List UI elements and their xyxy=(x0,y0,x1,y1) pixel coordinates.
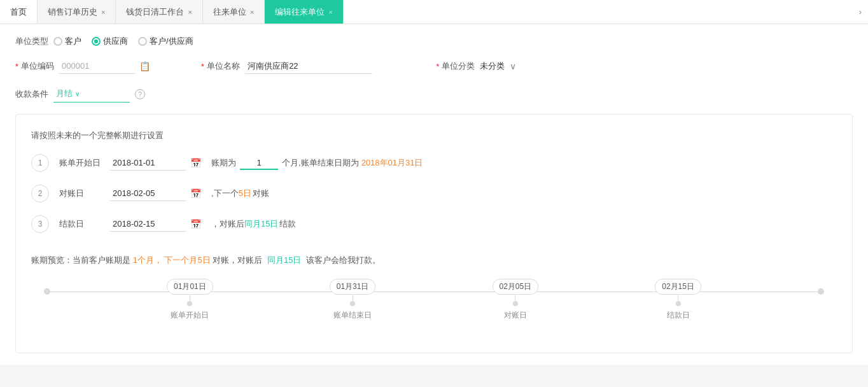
timeline-dot-2 xyxy=(350,301,355,306)
timeline-label-1: 账单开始日 xyxy=(171,310,209,321)
timeline-label-4: 结款日 xyxy=(667,310,690,321)
step-row-3: 3 结款日 📅 ，对账后 同月15日 结款 xyxy=(31,215,837,233)
collect-row: 收款条件 月结 ∨ ? xyxy=(15,85,853,102)
code-field-group: * 单位编码 📋 xyxy=(15,59,150,74)
tab-edit-partner-close[interactable]: × xyxy=(328,8,332,16)
timeline-container: 01月01日 账单开始日 01月31日 账单结束日 02月05日 xyxy=(31,279,837,340)
collect-select-value: 月结 xyxy=(56,88,73,99)
help-icon[interactable]: ? xyxy=(135,89,145,99)
radio-supplier[interactable]: 供应商 xyxy=(92,36,128,47)
step-1-num: 1 xyxy=(31,154,49,172)
step-3-date[interactable] xyxy=(110,216,186,232)
radio-customer[interactable]: 客户 xyxy=(53,36,81,47)
tab-partner[interactable]: 往来单位 × xyxy=(203,0,265,24)
chevron-right-icon: › xyxy=(859,7,862,17)
preview-row: 账期预览：当前客户账期是 1个月， 下一个月5日 对账，对账后 同月15日 该客… xyxy=(31,246,837,266)
unit-type-radio-group: 客户 供应商 客户/供应商 xyxy=(53,36,193,47)
step-2-desc-prefix: ,下一个 xyxy=(211,188,239,199)
name-required-star: * xyxy=(201,62,204,71)
step-2-date[interactable] xyxy=(110,186,186,201)
step-2-desc-highlight: 5日 xyxy=(239,188,251,199)
timeline-tag-2: 01月31日 xyxy=(330,279,376,295)
timeline-dot-3 xyxy=(513,301,518,306)
timeline-node-3: 02月05日 对账日 xyxy=(493,279,539,321)
category-dropdown-icon[interactable]: ∨ xyxy=(510,61,516,71)
category-value: 未分类 xyxy=(480,60,505,72)
copy-icon[interactable]: 📋 xyxy=(139,61,150,71)
step-1-period-end: 2018年01月31日 xyxy=(361,157,423,169)
step-3-label: 结款日 xyxy=(59,218,110,230)
step-1-period-label: 账期为 xyxy=(211,157,236,169)
radio-customer-label: 客户 xyxy=(65,36,81,47)
timeline-tag-1: 01月01日 xyxy=(167,279,213,295)
timeline-node-1: 01月01日 账单开始日 xyxy=(167,279,213,321)
step-3-desc-highlight: 同月15日 xyxy=(244,218,278,230)
timeline-connector-4 xyxy=(678,295,678,301)
timeline-label-3: 对账日 xyxy=(504,310,527,321)
tab-sales-history-label: 销售订单历史 xyxy=(48,6,97,18)
step-1-date[interactable] xyxy=(110,155,186,171)
tab-sales-history[interactable]: 销售订单历史 × xyxy=(38,0,116,24)
step-1-period-unit: 个月,账单结束日期为 xyxy=(282,157,359,169)
step-2-desc-suffix: 对账 xyxy=(253,188,269,199)
tab-cash-work-label: 钱货日清工作台 xyxy=(126,6,184,18)
step-2-num: 2 xyxy=(31,185,49,202)
preview-prefix: 账期预览：当前客户账期是 xyxy=(31,255,130,265)
step-3-calendar-icon[interactable]: 📅 xyxy=(190,219,201,229)
code-input[interactable] xyxy=(59,59,136,74)
timeline-node-2: 01月31日 账单结束日 xyxy=(330,279,376,321)
radio-both-label: 客户/供应商 xyxy=(150,36,193,47)
code-name-category-row: * 单位编码 📋 * 单位名称 * 单位分类 未分类 ∨ xyxy=(15,59,853,74)
radio-customer-circle xyxy=(53,37,62,46)
preview-p2: 下一个月5日 xyxy=(164,255,210,265)
radio-supplier-circle xyxy=(92,37,101,46)
dot-left xyxy=(44,288,50,295)
category-required-star: * xyxy=(436,62,439,71)
step-2-label: 对账日 xyxy=(59,188,110,199)
step-1-calendar-icon[interactable]: 📅 xyxy=(190,158,201,168)
step-1-period-input[interactable] xyxy=(240,157,278,170)
unit-type-row: 单位类型 客户 供应商 客户/供应商 xyxy=(15,36,853,47)
radio-both[interactable]: 客户/供应商 xyxy=(138,36,193,47)
tab-home[interactable]: 首页 xyxy=(0,0,38,24)
step-3-num: 3 xyxy=(31,215,49,233)
timeline-connector-2 xyxy=(353,295,353,301)
code-required-star: * xyxy=(15,62,18,71)
category-label: 单位分类 xyxy=(442,60,475,72)
timeline-dot-1 xyxy=(187,301,192,306)
timeline-connector-1 xyxy=(190,295,190,301)
tab-sales-history-close[interactable]: × xyxy=(101,8,105,16)
timeline-tag-3: 02月05日 xyxy=(493,279,539,295)
preview-p1: 1个月， xyxy=(133,255,162,265)
tab-partner-close[interactable]: × xyxy=(250,8,254,16)
tab-more-button[interactable]: › xyxy=(853,0,868,24)
name-label: 单位名称 xyxy=(207,60,240,72)
name-field-group: * 单位名称 xyxy=(201,59,372,74)
radio-supplier-label: 供应商 xyxy=(103,36,128,47)
dot-right xyxy=(818,288,824,295)
timeline: 01月01日 账单开始日 01月31日 账单结束日 02月05日 xyxy=(44,279,824,321)
collect-dropdown-icon: ∨ xyxy=(75,90,80,97)
radio-both-circle xyxy=(138,37,147,46)
name-input[interactable] xyxy=(245,59,372,74)
panel-title: 请按照未来的一个完整帐期进行设置 xyxy=(31,130,837,141)
timeline-left-dot xyxy=(44,288,50,295)
tab-edit-partner-label: 编辑往来单位 xyxy=(275,6,325,18)
step-3-desc-prefix: ，对账后 xyxy=(211,218,244,230)
tab-cash-work-close[interactable]: × xyxy=(188,8,192,16)
timeline-label-2: 账单结束日 xyxy=(333,310,372,321)
step-row-1: 1 账单开始日 📅 账期为 个月,账单结束日期为 2018年01月31日 xyxy=(31,154,837,172)
unit-type-label: 单位类型 xyxy=(15,36,48,47)
preview-suffix: 该客户会给我打款。 xyxy=(306,255,381,265)
tab-edit-partner[interactable]: 编辑往来单位 × xyxy=(265,0,343,24)
timeline-node-4: 02月15日 结款日 xyxy=(655,279,701,321)
preview-p3: 同月15日 xyxy=(267,255,301,265)
collect-select[interactable]: 月结 ∨ xyxy=(53,85,130,102)
timeline-right-dot xyxy=(818,288,824,295)
collect-label: 收款条件 xyxy=(15,88,48,100)
code-label: 单位编码 xyxy=(21,60,54,72)
tab-bar: 首页 销售订单历史 × 钱货日清工作台 × 往来单位 × 编辑往来单位 × › xyxy=(0,0,868,24)
step-2-calendar-icon[interactable]: 📅 xyxy=(190,188,201,199)
tab-cash-work[interactable]: 钱货日清工作台 × xyxy=(116,0,202,24)
timeline-tag-4: 02月15日 xyxy=(655,279,701,295)
